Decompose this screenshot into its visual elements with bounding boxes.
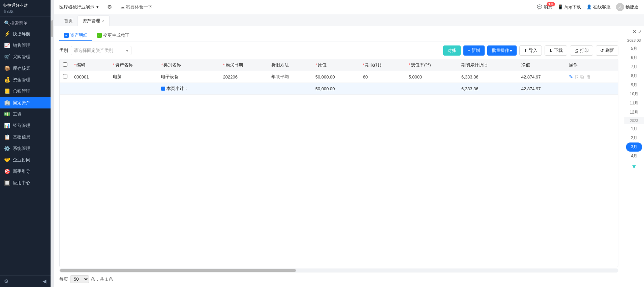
sidebar-item-app-center[interactable]: 🔲 应用中心 <box>0 177 51 189</box>
tab-home[interactable]: 首页 <box>59 16 78 26</box>
company-selector[interactable]: 医疗器械行业演示 ▾ <box>59 4 99 10</box>
sidebar-item-system[interactable]: ⚙️ 系统管理 <box>0 143 51 154</box>
tab-asset-management[interactable]: 资产管理 × <box>78 15 110 26</box>
month-6[interactable]: 6月 <box>624 53 644 62</box>
messages-btn[interactable]: 💬 消息 99+ <box>537 4 552 10</box>
sub-tabs: ≡ 资产明细 ↔ 变更生成凭证 <box>59 30 618 41</box>
cloud-icon: ☁ <box>120 4 125 9</box>
experience-btn[interactable]: ☁ 我要体验一下 <box>120 4 152 10</box>
settings-footer-icon[interactable]: ⚙ <box>4 278 8 284</box>
year-2023-label: 2023 <box>624 117 644 124</box>
sidebar-item-quick-nav[interactable]: ⚡ 快捷导航 <box>0 28 51 40</box>
content: ≡ 资产明细 ↔ 变更生成凭证 类别 请选择固定资产类别 ▾ <box>54 26 644 287</box>
sidebar-item-sales[interactable]: 📈 销售管理 <box>0 40 51 51</box>
subtotal-empty2 <box>71 83 110 95</box>
sidebar: 畅捷通好业财 普及版 🔍 搜索菜单 ⚡ 快捷导航 📈 销售管理 🛒 采购管理 📦… <box>0 0 51 287</box>
subtotal-net-value: 42,874.97 <box>518 83 565 95</box>
copy-icon[interactable]: ⎘ <box>575 74 578 80</box>
app-download-btn[interactable]: 📱 App下载 <box>558 4 581 10</box>
month-8[interactable]: 8月 <box>624 71 644 81</box>
purchase-icon: 🛒 <box>4 54 10 60</box>
th-depreciation-method: 折旧方法 <box>268 59 312 71</box>
edit-icon[interactable]: ✎ <box>569 74 573 80</box>
sub-tab-change-voucher[interactable]: ↔ 变更生成凭证 <box>92 30 134 41</box>
app-center-icon: 🔲 <box>4 180 10 186</box>
reconcile-btn[interactable]: 对账 <box>443 45 461 56</box>
print-btn[interactable]: 🖨 打印 <box>570 45 593 56</box>
panel-expand-btn[interactable]: ⤢ <box>638 29 642 34</box>
cell-purchase-date: 202206 <box>220 71 268 83</box>
select-all-checkbox[interactable] <box>63 62 67 67</box>
sidebar-item-search[interactable]: 🔍 搜索菜单 <box>0 18 51 28</box>
panel-down-btn[interactable]: ▼ <box>631 163 637 170</box>
tab-close-btn[interactable]: × <box>102 19 104 23</box>
tab-bar: 首页 资产管理 × <box>54 14 644 26</box>
sidebar-item-purchase[interactable]: 🛒 采购管理 <box>0 51 51 63</box>
link-icon[interactable]: ⧉ <box>580 74 584 80</box>
collapse-icon[interactable]: ◀ <box>42 278 47 284</box>
horizontal-scrollbar[interactable] <box>59 268 618 273</box>
import-btn[interactable]: ⬆ 导入 <box>519 45 542 56</box>
sub-tab2-label: 变更生成凭证 <box>103 32 129 38</box>
cell-code: 000001 <box>71 71 110 83</box>
sidebar-item-inventory[interactable]: 📦 库存核算 <box>0 63 51 74</box>
sidebar-item-ledger[interactable]: 📒 总账管理 <box>0 86 51 97</box>
month-1[interactable]: 1月 <box>624 124 644 133</box>
per-page-label: 每页 <box>59 276 68 282</box>
sidebar-item-payroll[interactable]: 💵 工资 <box>0 108 51 120</box>
sidebar-item-guide[interactable]: 🎯 新手引导 <box>0 166 51 177</box>
topbar-right: 💬 消息 99+ 📱 App下载 👤 在线客服 人 畅捷通 <box>537 3 639 11</box>
online-service-btn[interactable]: 👤 在线客服 <box>586 4 611 10</box>
sidebar-item-basic-info[interactable]: 📋 基础信息 <box>0 131 51 143</box>
month-11[interactable]: 11月 <box>624 99 644 108</box>
per-page-select[interactable]: 50 100 200 <box>70 275 89 283</box>
refresh-btn[interactable]: ↺ 刷新 <box>596 45 618 56</box>
settings-icon[interactable]: ⚙ <box>107 4 112 10</box>
cell-name: 电脑 <box>110 71 158 83</box>
month-7[interactable]: 7月 <box>624 62 644 71</box>
app-logo: 畅捷通好业财 <box>3 3 28 8</box>
cell-depreciation-method: 年限平均 <box>268 71 312 83</box>
filter-dropdown-icon: ▾ <box>126 48 128 53</box>
service-icon: 👤 <box>586 4 592 9</box>
th-original-value: *原值 <box>312 59 360 71</box>
cell-net-value: 42,874.97 <box>518 71 565 83</box>
scroll-thumb <box>60 269 296 272</box>
messages-badge: 99+ <box>547 2 555 6</box>
new-btn[interactable]: + 新增 <box>463 45 485 56</box>
sidebar-header: 畅捷通好业财 普及版 <box>0 0 51 17</box>
sidebar-item-enterprise[interactable]: 🤝 企业协同 <box>0 154 51 166</box>
month-5[interactable]: 5月 <box>624 44 644 53</box>
download-btn[interactable]: ⬇ 下载 <box>545 45 567 56</box>
month-9[interactable]: 9月 <box>624 81 644 90</box>
month-10[interactable]: 10月 <box>624 90 644 99</box>
th-checkbox <box>60 59 71 71</box>
capital-icon: 💰 <box>4 77 10 83</box>
filter-label: 类别 <box>59 47 68 54</box>
row-checkbox[interactable] <box>63 74 67 78</box>
sidebar-item-fixed-assets[interactable]: 🏢 固定资产 <box>0 97 51 108</box>
subtotal-original-value: 50,000.00 <box>312 83 360 95</box>
ops-icon: 📊 <box>4 123 10 129</box>
month-12[interactable]: 12月 <box>624 108 644 117</box>
subtotal-empty7 <box>405 83 458 95</box>
pagination: 每页 50 100 200 条，共 1 条 <box>59 275 618 283</box>
month-2[interactable]: 2月 <box>624 133 644 142</box>
avatar: 人 <box>616 3 624 11</box>
subtotal-label-cell: 本页小计： <box>158 83 219 95</box>
batch-ops-btn[interactable]: 批量操作 ▾ <box>487 45 517 56</box>
delete-icon[interactable]: 🗑 <box>586 74 591 80</box>
refresh-icon: ↺ <box>600 48 604 53</box>
month-4[interactable]: 4月 <box>624 152 644 161</box>
sidebar-item-ops[interactable]: 📊 经营管理 <box>0 120 51 131</box>
user-menu[interactable]: 人 畅捷通 <box>616 3 639 11</box>
panel-close-btn[interactable]: ✕ <box>633 29 637 34</box>
month-3-active[interactable]: 3月 <box>626 142 642 152</box>
reconcile-label: 对账 <box>448 47 456 54</box>
sub-tab-asset-detail[interactable]: ≡ 资产明细 <box>59 30 92 41</box>
payroll-icon: 💵 <box>4 111 10 117</box>
download-icon: ⬇ <box>549 48 553 53</box>
category-filter[interactable]: 请选择固定资产类别 ▾ <box>71 46 131 55</box>
sidebar-scrollbar[interactable] <box>51 0 54 287</box>
sidebar-item-capital[interactable]: 💰 资金管理 <box>0 74 51 86</box>
